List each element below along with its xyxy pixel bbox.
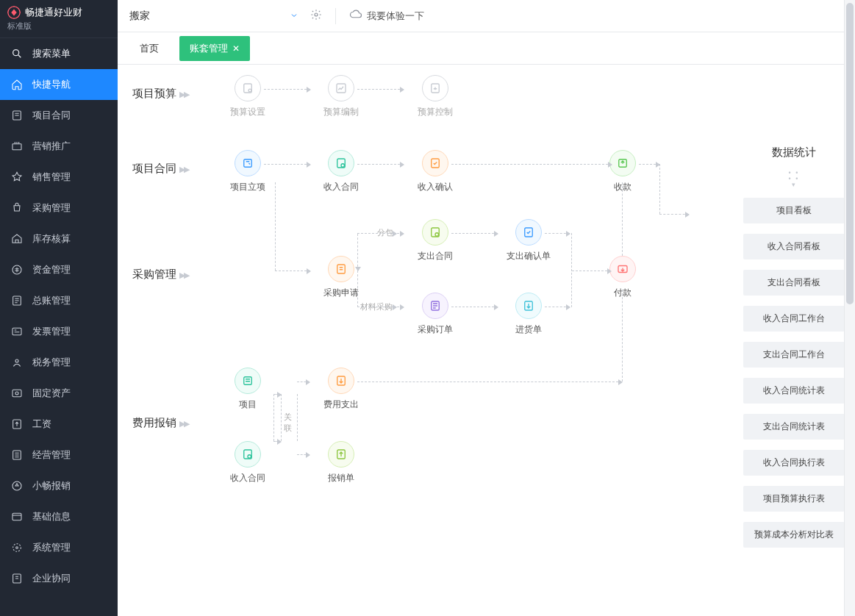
sidebar-item-ledger[interactable]: 总账管理 (0, 285, 118, 316)
sidebar-item-sales[interactable]: 销售管理 (0, 162, 118, 193)
stats-button[interactable]: 支出合同统计表 (743, 414, 845, 440)
node-receive[interactable]: 收款 (599, 150, 646, 193)
arrow (275, 271, 310, 271)
line (571, 233, 572, 307)
sidebar-item-label: 税务管理 (32, 356, 107, 369)
stats-button[interactable]: 收入合同看板 (743, 234, 845, 259)
arrow (357, 89, 404, 90)
sidebar-item-label: 营销推广 (32, 140, 107, 153)
node-expense-out[interactable]: 费用支出 (318, 368, 365, 411)
svg-point-13 (13, 544, 21, 552)
sidebar-item-label: 经营管理 (32, 448, 107, 462)
svg-rect-12 (12, 513, 21, 520)
stats-button[interactable]: 预算成本分析对比表 (743, 522, 845, 548)
search-icon (10, 47, 24, 60)
line (357, 233, 396, 234)
stats-button[interactable]: 收入合同执行表 (743, 450, 845, 476)
sidebar-item-funds[interactable]: 资金管理 (0, 254, 118, 285)
line (357, 234, 358, 271)
svg-point-36 (248, 455, 251, 459)
version-badge: 标准版 (0, 21, 118, 37)
node-income-contract2[interactable]: 收入合同 (224, 441, 271, 484)
stats-button[interactable]: 支出合同工作台 (743, 342, 845, 368)
sidebar-item-xiaochang[interactable]: 小畅报销 (0, 470, 118, 501)
stats-button[interactable]: 项目看板 (743, 198, 845, 223)
node-purchase-order[interactable]: 采购订单 (412, 293, 459, 336)
node-income-confirm[interactable]: 收入确认 (412, 150, 459, 193)
svg-point-23 (341, 164, 345, 168)
sidebar-item-label: 固定资产 (32, 387, 107, 400)
sidebar-item-base-info[interactable]: 基础信息 (0, 501, 118, 532)
search-menu[interactable]: 搜索菜单 (0, 37, 118, 69)
sidebar-item-fixed-assets[interactable]: 固定资产 (0, 378, 118, 409)
stats-button[interactable]: 项目预算执行表 (743, 486, 845, 512)
flow-canvas: 项目预算▶▶ 项目合同▶▶ 采购管理▶▶ 费用报销▶▶ 预算设置 预算编制 预算… (118, 65, 855, 616)
try-link[interactable]: 我要体验一下 (349, 8, 424, 24)
row-expense: 费用报销▶▶ (132, 416, 188, 430)
sidebar-item-label: 采购管理 (32, 201, 107, 215)
sidebar-item-system[interactable]: 系统管理 (0, 532, 118, 563)
sidebar-item-inventory[interactable]: 库存核算 (0, 223, 118, 254)
node-project-setup[interactable]: 项目立项 (224, 150, 271, 193)
sidebar-item-quicknav[interactable]: 快捷导航 (0, 69, 118, 100)
stats-title: 数据统计 (772, 146, 816, 160)
node-income-contract[interactable]: 收入合同 (318, 150, 365, 193)
sidebar-item-marketing[interactable]: 营销推广 (0, 131, 118, 162)
sidebar-item-label: 系统管理 (32, 541, 107, 554)
stats-button[interactable]: 支出合同看板 (743, 270, 845, 296)
gear-icon[interactable] (310, 9, 322, 23)
sidebar-item-operation[interactable]: 经营管理 (0, 440, 118, 470)
sidebar-item-project-contract[interactable]: 项目合同 (0, 100, 118, 131)
scrollbar[interactable] (844, 0, 855, 616)
node-goods-receipt[interactable]: 进货单 (505, 293, 552, 336)
node-budget-control[interactable]: 预算控制 (412, 75, 459, 118)
sidebar-item-label: 总账管理 (32, 294, 107, 307)
ledger-icon (10, 294, 24, 307)
svg-point-18 (248, 89, 251, 92)
arrow (451, 307, 498, 307)
brand: 畅捷通好业财 (0, 0, 118, 21)
sidebar-item-salary[interactable]: 工资 (0, 409, 118, 440)
sales-icon (10, 171, 24, 184)
line (659, 164, 660, 214)
sidebar: 畅捷通好业财 标准版 搜索菜单 快捷导航项目合同营销推广销售管理采购管理库存核算… (0, 0, 118, 616)
fixed-assets-icon (10, 387, 24, 400)
sidebar-item-invoice[interactable]: 发票管理 (0, 316, 118, 347)
row-purchase: 采购管理▶▶ (132, 268, 188, 282)
main: 搬家 我要体验一下 首页 账套管理 ✕ 项目预算▶▶ 项目合同▶▶ 采购管理▶▶… (118, 0, 855, 616)
arrow (545, 233, 570, 234)
inventory-icon (10, 232, 24, 246)
node-budget-setting[interactable]: 预算设置 (224, 75, 271, 118)
mini-relation: 关 联 (284, 412, 292, 434)
node-reimburse[interactable]: 报销单 (318, 441, 365, 484)
stats-panel: 数据统计 • •• •▾ 项目看板收入合同看板支出合同看板收入合同工作台支出合同… (743, 146, 845, 548)
svg-rect-26 (337, 265, 346, 273)
stats-button[interactable]: 收入合同工作台 (743, 306, 845, 332)
svg-rect-6 (12, 328, 21, 334)
sidebar-item-purchase[interactable]: 采购管理 (0, 193, 118, 223)
marketing-icon (10, 140, 24, 153)
node-project[interactable]: 项目 (224, 368, 271, 411)
enterprise-icon (10, 572, 24, 585)
tab-home[interactable]: 首页 (129, 36, 169, 61)
line (273, 394, 281, 395)
close-icon[interactable]: ✕ (232, 43, 240, 54)
node-budget-compile[interactable]: 预算编制 (318, 75, 365, 118)
stats-button[interactable]: 收入合同统计表 (743, 378, 845, 404)
invoice-icon (10, 325, 24, 338)
base-info-icon (10, 510, 24, 523)
topbar: 搬家 我要体验一下 (118, 0, 855, 32)
tab-account[interactable]: 账套管理 ✕ (179, 36, 250, 61)
node-out-confirm[interactable]: 支出确认单 (505, 219, 552, 262)
svg-point-1 (13, 50, 19, 56)
system-icon (10, 541, 24, 554)
sidebar-item-label: 快捷导航 (32, 78, 107, 91)
company-select[interactable]: 搬家 (129, 10, 298, 23)
node-pay[interactable]: 付款 (599, 256, 646, 299)
sidebar-menu: 快捷导航项目合同营销推广销售管理采购管理库存核算资金管理总账管理发票管理税务管理… (0, 69, 118, 616)
node-out-contract[interactable]: 支出合同 (412, 219, 459, 262)
sidebar-item-tax[interactable]: 税务管理 (0, 347, 118, 378)
arrow (545, 307, 570, 307)
sidebar-item-enterprise[interactable]: 企业协同 (0, 563, 118, 594)
funds-icon (10, 263, 24, 276)
